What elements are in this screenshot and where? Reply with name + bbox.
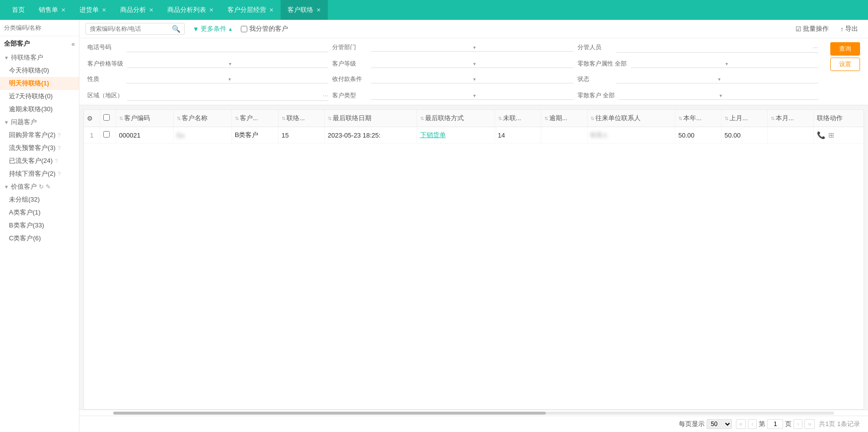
sidebar-item-losing[interactable]: 流失预警客户(3) ? (0, 142, 79, 154)
page-number-input[interactable] (767, 419, 783, 429)
last-contact-method-link[interactable]: 下销货单 (420, 131, 446, 139)
cell-customer-code: 000021 (116, 127, 174, 144)
last-page-button[interactable]: » (804, 419, 815, 429)
person-label: 分管人员 (578, 43, 612, 52)
th-last-contact-method: ⇅ 最后联络方式 (417, 110, 495, 127)
nav-product-analysis-list[interactable]: 商品分析列表 ✕ (160, 0, 220, 20)
filter-cell-retail-customer: 零散客户 全部 ▾ (578, 91, 822, 100)
nature-select[interactable]: ▾ (126, 75, 328, 83)
sidebar-item-lost[interactable]: 已流失客户(24) ? (0, 154, 79, 167)
filter-actions: 查询 设置 (830, 42, 860, 71)
next-page-button[interactable]: › (794, 419, 802, 429)
sidebar-collapse-icon[interactable]: « (72, 40, 75, 48)
row-checkbox[interactable] (103, 131, 110, 138)
settings-button[interactable]: 设置 (830, 58, 860, 71)
nav-home[interactable]: 首页 (5, 0, 32, 20)
help-icon[interactable]: ? (55, 158, 58, 164)
nav-product-analysis-list-close[interactable]: ✕ (209, 7, 214, 13)
sidebar-group-value-customers[interactable]: ▼ 价值客户 ↻ ✎ (0, 180, 79, 193)
person-dots[interactable]: ··· (812, 43, 818, 51)
help-icon[interactable]: ? (58, 132, 61, 138)
dept-select[interactable]: ▾ (371, 44, 573, 52)
filter-cell-customer-level: 客户等级 ▾ (332, 60, 577, 68)
nav-customer-contact[interactable]: 客户联络 ✕ (281, 0, 328, 20)
filter-row-2: 客户价格等级 ▾ 客户等级 ▾ (87, 60, 822, 68)
sort-icon: ⇅ (590, 116, 594, 121)
page-size-select[interactable]: 50 100 200 (707, 419, 732, 429)
phone-input[interactable] (126, 43, 328, 52)
area-dots[interactable]: ··· (323, 91, 329, 99)
filter-icon: ▼ (193, 25, 199, 33)
nav-purchase-close[interactable]: ✕ (102, 7, 106, 13)
nav-product-analysis-close[interactable]: ✕ (149, 7, 153, 13)
sidebar-group-problem-customers[interactable]: ▼ 问题客户 (0, 116, 79, 129)
sidebar-item-week7[interactable]: 近7天待联络(0) (0, 90, 79, 103)
sidebar-item-class-b[interactable]: B类客户(33) (0, 219, 79, 232)
th-unit-contact: ⇅ 往来单位联系人 (587, 110, 675, 127)
sort-icon: ⇅ (282, 116, 286, 121)
grid-action-icon[interactable]: ⊞ (828, 131, 834, 139)
payment-select[interactable]: ▾ (371, 75, 573, 83)
sort-icon: ⇅ (678, 116, 682, 121)
nav-customer-segmentation-close[interactable]: ✕ (269, 7, 274, 13)
status-select[interactable]: ▾ (616, 75, 818, 83)
main-search-input[interactable] (90, 25, 170, 32)
phone-action-icon[interactable]: 📞 (817, 131, 825, 139)
th-settings[interactable]: ⚙ (84, 110, 100, 127)
sort-icon: ⇅ (771, 116, 775, 121)
retail-customer-label: 零散客户 全部 (578, 91, 615, 100)
arrow-icon: ▼ (4, 184, 9, 190)
nav-customer-segmentation[interactable]: 客户分层经营 ✕ (220, 0, 281, 20)
sidebar-item-overdue[interactable]: 逾期未联络(30) (0, 103, 79, 116)
help-icon[interactable]: ? (58, 171, 61, 177)
sidebar-all-customers[interactable]: 全部客户 « (0, 36, 79, 51)
first-page-button[interactable]: « (736, 419, 746, 429)
prev-page-button[interactable]: ‹ (748, 419, 757, 429)
sidebar-item-class-a[interactable]: A类客户(1) (0, 206, 79, 219)
price-level-select[interactable]: ▾ (127, 60, 328, 68)
my-customers-checkbox[interactable] (241, 26, 247, 32)
retail-attr-select[interactable]: ▾ (631, 60, 818, 68)
phone-label: 电话号码 (87, 43, 122, 52)
cell-last-contact-method[interactable]: 下销货单 (417, 127, 495, 144)
nav-purchase[interactable]: 进货单 ✕ (72, 0, 113, 20)
filter-row-1: 电话号码 分管部门 ▾ 分管人员 (87, 42, 822, 53)
chevron-down-icon: ▾ (473, 61, 572, 67)
nav-product-analysis[interactable]: 商品分析 ✕ (113, 0, 160, 20)
sidebar-item-ungrouped[interactable]: 未分组(32) (0, 193, 79, 206)
more-conditions-button[interactable]: ▼ 更多条件 ▲ (189, 23, 237, 35)
chevron-down-icon: ▾ (473, 93, 572, 98)
retail-customer-select[interactable]: ▾ (619, 92, 818, 100)
sidebar-search-input[interactable] (4, 24, 78, 31)
main-search-icon[interactable]: 🔍 (172, 25, 180, 33)
export-icon: ↑ (841, 25, 844, 33)
nav-sales[interactable]: 销售单 ✕ (32, 0, 72, 20)
customer-type-select[interactable]: ▾ (371, 92, 573, 100)
export-button[interactable]: ↑ 导出 (837, 23, 863, 35)
sidebar-item-tomorrow[interactable]: 明天待联络(1) (0, 77, 79, 90)
sidebar-item-repurchase-abnormal[interactable]: 回购异常客户(2) ? (0, 129, 79, 142)
filter-cell-payment: 收付款条件 ▾ (332, 75, 577, 83)
edit-icon[interactable]: ✎ (46, 183, 51, 190)
help-icon[interactable]: ? (58, 145, 61, 151)
gear-icon[interactable]: ⚙ (87, 115, 93, 122)
my-customers-checkbox-wrap[interactable]: 我分管的客户 (241, 24, 288, 33)
th-customer-name: ⇅ 客户名称 (174, 110, 232, 127)
sidebar-item-declining[interactable]: 持续下滑客户(2) ? (0, 167, 79, 180)
sidebar-item-class-c[interactable]: C类客户(6) (0, 232, 79, 245)
sidebar-group-pending-contact[interactable]: ▼ 待联络客户 (0, 51, 79, 64)
query-button[interactable]: 查询 (830, 42, 860, 56)
payment-label: 收付款条件 (332, 75, 367, 83)
refresh-icon[interactable]: ↻ (39, 183, 44, 190)
filter-right-actions: ☑ 批量操作 ↑ 导出 (792, 23, 863, 35)
sort-icon: ⇅ (119, 116, 123, 121)
cell-overdue (541, 127, 587, 144)
customer-level-select[interactable]: ▾ (371, 60, 573, 68)
sidebar-item-today[interactable]: 今天待联络(0) (0, 64, 79, 77)
main-layout: 🔍 全部客户 « ▼ 待联络客户 今天待联络(0) 明天待联络(1) 近7天待联… (0, 20, 868, 432)
select-all-checkbox[interactable] (103, 114, 110, 121)
nav-customer-contact-close[interactable]: ✕ (316, 7, 321, 13)
bulk-operation-button[interactable]: ☑ 批量操作 (792, 23, 833, 35)
nav-sales-close[interactable]: ✕ (61, 7, 66, 13)
table-row: 1 000021 Ea B类客户 15 2023-05-23 18:25: 下销… (84, 127, 864, 144)
